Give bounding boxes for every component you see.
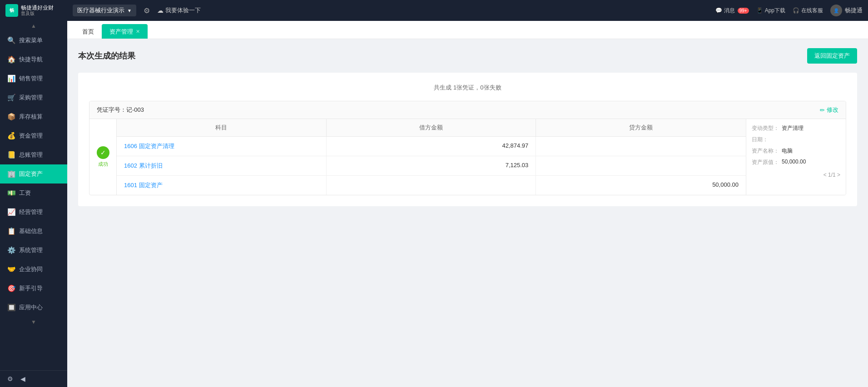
info-date: 日期： <box>752 136 840 144</box>
scroll-up-indicator: ▲ <box>0 21 67 31</box>
message-action[interactable]: 💬 消息 99+ <box>715 7 749 15</box>
settings-icon[interactable]: ⚙ <box>140 4 154 17</box>
message-label: 消息 <box>724 7 735 15</box>
tab-asset-mgmt-label: 资产管理 <box>109 28 133 36</box>
app-download-icon: 📱 <box>756 7 763 14</box>
system-icon: ⚙️ <box>7 246 15 254</box>
info-original-value: 资产原值： 50,000.00 <box>752 159 840 166</box>
sidebar-item-quick-nav[interactable]: 🏠 快捷导航 <box>0 50 67 69</box>
edit-label: 修改 <box>827 106 838 114</box>
fixed-assets-icon: 🏢 <box>7 170 15 178</box>
app-download-label: App下载 <box>765 7 785 15</box>
return-button[interactable]: 返回固定资产 <box>807 48 857 64</box>
tab-close-icon[interactable]: ✕ <box>136 29 140 35</box>
user-area[interactable]: 👤 畅捷通 <box>830 5 863 16</box>
tab-home-label: 首页 <box>82 28 94 36</box>
sidebar-label-enterprise: 企业协同 <box>19 265 43 273</box>
success-icon: ✓ <box>97 146 109 159</box>
success-label: 成功 <box>98 161 108 168</box>
experience-button[interactable]: ☁ 我要体验一下 <box>157 6 201 15</box>
sidebar-item-basic-info[interactable]: 📋 基础信息 <box>0 222 67 241</box>
row2-debit: 7,125.03 <box>327 156 536 175</box>
sidebar-item-inventory[interactable]: 📦 库存核算 <box>0 107 67 126</box>
sidebar-item-ledger[interactable]: 📒 总账管理 <box>0 145 67 164</box>
row2-credit <box>536 156 746 175</box>
sidebar: ▲ 🔍 搜索菜单 🏠 快捷导航 📊 销售管理 🛒 采购管理 📦 库存核算 <box>0 21 67 387</box>
table-row: 1601 固定资产 50,000.00 <box>117 176 746 195</box>
app-download-action[interactable]: 📱 App下载 <box>756 7 785 15</box>
guide-icon: 🎯 <box>7 284 15 293</box>
sidebar-item-finance[interactable]: 💰 资金管理 <box>0 126 67 145</box>
payroll-icon: 💵 <box>7 189 15 197</box>
sidebar-item-app-center[interactable]: 🔲 应用中心 <box>0 298 67 317</box>
col-debit: 借方金额 <box>327 119 536 136</box>
row2-subject: 1602 累计折旧 <box>117 156 327 175</box>
sidebar-item-system[interactable]: ⚙️ 系统管理 <box>0 241 67 260</box>
message-icon: 💬 <box>715 7 722 14</box>
sidebar-scroll: ▲ 🔍 搜索菜单 🏠 快捷导航 📊 销售管理 🛒 采购管理 📦 库存核算 <box>0 21 67 370</box>
page-title: 本次生成的结果 <box>78 50 135 61</box>
voucher-number: 凭证字号：记-003 <box>97 106 144 114</box>
success-column: ✓ 成功 <box>89 119 117 195</box>
sidebar-item-enterprise[interactable]: 🤝 企业协同 <box>0 260 67 279</box>
sidebar-label-finance: 资金管理 <box>19 132 43 140</box>
table-header: 科目 借方金额 贷方金额 <box>117 119 746 137</box>
user-name: 畅捷通 <box>845 6 863 15</box>
sidebar-item-payroll[interactable]: 💵 工资 <box>0 184 67 203</box>
sidebar-label-app-center: 应用中心 <box>19 303 43 312</box>
settings-bottom-icon[interactable]: ⚙ <box>7 375 13 382</box>
info-asset-name: 资产名称： 电脑 <box>752 147 840 155</box>
sidebar-label-purchase: 采购管理 <box>19 94 43 102</box>
pagination[interactable]: < 1/1 > <box>752 172 840 178</box>
info-change-type: 变动类型： 资产清理 <box>752 124 840 132</box>
sidebar-item-operations[interactable]: 📈 经营管理 <box>0 203 67 222</box>
content-area: 首页 资产管理 ✕ 本次生成的结果 返回固定资产 共生成 1张凭证，0张失败 <box>67 21 868 387</box>
row1-debit: 42,874.97 <box>327 137 536 156</box>
search-icon: 🔍 <box>7 36 15 45</box>
edit-button[interactable]: ✏ 修改 <box>820 106 838 114</box>
scroll-down-arrow: ▼ <box>31 319 36 325</box>
sidebar-label-sales: 销售管理 <box>19 74 43 83</box>
tab-home[interactable]: 首页 <box>74 24 102 39</box>
sidebar-item-purchase[interactable]: 🛒 采购管理 <box>0 88 67 107</box>
customer-service-action[interactable]: 🎧 在线客服 <box>793 7 823 15</box>
summary-text: 共生成 1张凭证，0张失败 <box>434 84 501 91</box>
sidebar-item-fixed-assets[interactable]: 🏢 固定资产 <box>0 164 67 184</box>
row1-subject: 1606 固定资产清理 <box>117 137 327 156</box>
collapse-sidebar-icon[interactable]: ◀ <box>20 375 25 382</box>
row3-credit: 50,000.00 <box>536 176 746 195</box>
sidebar-label-payroll: 工资 <box>19 189 31 197</box>
scroll-up-arrow: ▲ <box>31 23 36 29</box>
experience-label: 我要体验一下 <box>165 6 201 15</box>
experience-icon: ☁ <box>157 7 164 14</box>
col-subject: 科目 <box>117 119 327 136</box>
sidebar-label-search: 搜索菜单 <box>19 36 43 45</box>
sidebar-item-search[interactable]: 🔍 搜索菜单 <box>0 31 67 50</box>
voucher-table: ✓ 成功 科目 借方金额 贷方金额 <box>89 119 846 195</box>
company-selector[interactable]: 医疗器械行业演示 ▼ <box>73 5 136 16</box>
logo-icon: 畅 <box>5 4 18 17</box>
asset-name-label: 资产名称： <box>752 147 779 155</box>
date-label: 日期： <box>752 136 768 144</box>
col-credit: 贷方金额 <box>536 119 746 136</box>
inventory-icon: 📦 <box>7 113 15 121</box>
voucher-header: 凭证字号：记-003 ✏ 修改 <box>89 101 846 119</box>
ledger-icon: 📒 <box>7 151 15 159</box>
app-center-icon: 🔲 <box>7 303 15 312</box>
finance-icon: 💰 <box>7 132 15 140</box>
sidebar-item-sales[interactable]: 📊 销售管理 <box>0 69 67 88</box>
original-value-label: 资产原值： <box>752 159 779 166</box>
basic-info-icon: 📋 <box>7 227 15 235</box>
sidebar-item-guide[interactable]: 🎯 新手引导 <box>0 279 67 298</box>
logo-area: 畅 畅捷通好业财 普及版 <box>5 4 73 17</box>
row3-debit <box>327 176 536 195</box>
edit-icon: ✏ <box>820 107 825 114</box>
sidebar-label-basic-info: 基础信息 <box>19 227 43 235</box>
company-dropdown-arrow: ▼ <box>127 8 132 13</box>
sidebar-label-ledger: 总账管理 <box>19 151 43 159</box>
voucher-section: 凭证字号：记-003 ✏ 修改 ✓ 成功 <box>89 101 846 195</box>
tab-bar: 首页 资产管理 ✕ <box>67 21 868 39</box>
table-row: 1602 累计折旧 7,125.03 <box>117 156 746 176</box>
tab-asset-mgmt[interactable]: 资产管理 ✕ <box>102 24 148 39</box>
message-badge: 99+ <box>738 8 749 14</box>
